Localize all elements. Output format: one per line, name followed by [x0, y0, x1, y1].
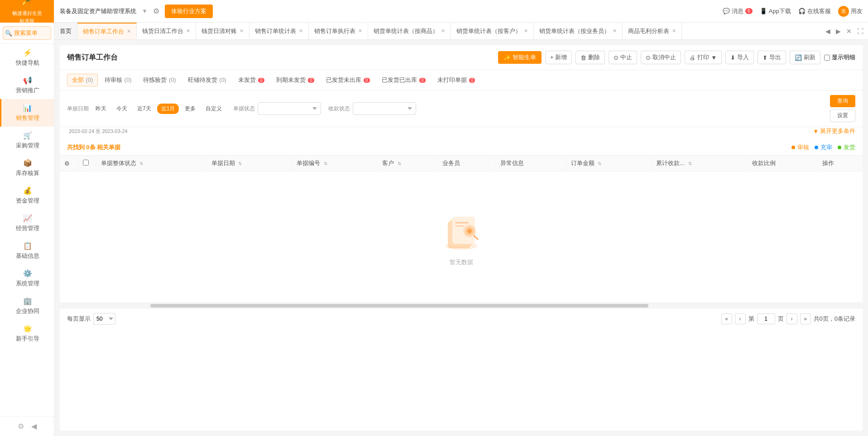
page-number-input[interactable] [757, 313, 775, 324]
collection-filter-select[interactable] [353, 102, 416, 115]
show-detail-checkbox[interactable] [824, 55, 830, 61]
tab-sales-order-workbench[interactable]: 销售订单工作台 ✕ [77, 23, 137, 40]
first-page-button[interactable]: « [721, 313, 732, 324]
sidebar-item-purchase[interactable]: 🛒 采购管理 [0, 127, 54, 154]
sub-tab-not-printed[interactable]: 未打印单据 0 [432, 74, 480, 86]
tab-maximize-icon[interactable]: ⛶ [855, 27, 865, 36]
sub-tab-wangpu[interactable]: 旺铺待发货 (0) [183, 74, 231, 86]
tab-close-cash-reconcile[interactable]: ✕ [240, 28, 244, 34]
expand-label: 展开更多条件 [820, 127, 855, 135]
tab-close-sales-stat[interactable]: ✕ [299, 28, 303, 34]
sort-number-icon[interactable]: ⇅ [324, 161, 327, 166]
review-action-button[interactable]: 审核 [791, 143, 809, 152]
print-button[interactable]: 🖨 打印 ▼ [685, 51, 722, 64]
ship-action-button[interactable]: 发货 [838, 143, 855, 152]
sort-amount-icon[interactable]: ⇅ [598, 161, 601, 166]
sidebar-item-marketing[interactable]: 📢 营销推广 [0, 71, 54, 99]
sidebar-item-quick-nav[interactable]: ⚡ 快捷导航 [0, 44, 54, 71]
online-service-item[interactable]: 🎧 在线客服 [798, 7, 831, 15]
sidebar-item-finance[interactable]: 💰 资金管理 [0, 182, 54, 209]
sidebar-item-inventory[interactable]: 📦 库存核算 [0, 154, 54, 182]
import-button[interactable]: ⬇ 导入 [725, 51, 754, 64]
sidebar-item-operations[interactable]: 📈 经营管理 [0, 209, 54, 237]
add-button[interactable]: + 新增 [545, 51, 572, 64]
solution-button[interactable]: 体验行业方案 [165, 5, 213, 18]
header-settings-icon[interactable]: ⚙ [153, 7, 159, 15]
tab-close-sales-exec[interactable]: ✕ [358, 28, 362, 34]
tab-close-sales-order-workbench[interactable]: ✕ [127, 28, 131, 34]
date-btn-today[interactable]: 今天 [112, 104, 131, 114]
tab-home[interactable]: 首页 [54, 23, 77, 40]
next-page-button[interactable]: › [786, 313, 797, 324]
tab-bar: 首页 销售订单工作台 ✕ 钱货日清工作台 ✕ 钱货日清对账 ✕ 销售订单统计表 … [54, 23, 868, 40]
tab-close-cash-daily[interactable]: ✕ [186, 28, 190, 34]
user-item[interactable]: 友 用友 [838, 6, 863, 17]
system-dropdown-arrow[interactable]: ▼ [142, 8, 148, 14]
smart-generate-button[interactable]: ✨ 智能生单 [498, 51, 542, 64]
content-area: 销售订单工作台 ✨ 智能生单 + 新增 🗑 删除 ⊙ 中止 [54, 40, 868, 436]
cancel-suspend-button[interactable]: ⊙ 取消中止 [641, 51, 681, 64]
sub-tab-overdue-not-shipped[interactable]: 到期未发货 0 [271, 74, 319, 86]
expand-conditions-button[interactable]: ▼ 展开更多条件 [813, 127, 855, 135]
horizontal-scrollbar[interactable] [60, 303, 863, 308]
tab-cash-reconcile[interactable]: 钱货日清对账 ✕ [196, 23, 249, 40]
tab-scroll-right-icon[interactable]: ▶ [834, 27, 843, 36]
select-all-checkbox[interactable] [83, 160, 89, 166]
scrollbar-thumb[interactable] [150, 304, 648, 308]
sidebar-item-guide[interactable]: 🌟 新手引导 [0, 320, 54, 347]
per-page-select[interactable]: 50 100 [93, 313, 115, 325]
date-btn-yesterday[interactable]: 昨天 [91, 104, 110, 114]
sub-tab-shipped-out[interactable]: 已发货已出库 0 [377, 74, 431, 86]
delete-button[interactable]: 🗑 删除 [575, 51, 605, 64]
sub-tab-all[interactable]: 全部 (0) [67, 74, 98, 86]
sub-tab-not-shipped[interactable]: 未发货 0 [233, 74, 269, 86]
filter-setting-button[interactable]: 设置 [830, 109, 855, 122]
sort-status-icon[interactable]: ⇅ [139, 161, 143, 166]
suspend-button[interactable]: ⊙ 中止 [609, 51, 637, 64]
sort-collected-icon[interactable]: ⇅ [688, 161, 692, 166]
tab-close-sales-by-staff[interactable]: ✕ [613, 28, 617, 34]
export-button[interactable]: ⬆ 导出 [758, 51, 786, 64]
sidebar-item-sales[interactable]: 📊 销售管理 [0, 99, 54, 127]
app-download-item[interactable]: 📱 App下载 [760, 7, 791, 15]
sidebar-item-enterprise[interactable]: 🏢 企业协同 [0, 292, 54, 320]
sub-tab-pending-review[interactable]: 待审核 (0) [100, 74, 136, 86]
sort-date-icon[interactable]: ⇅ [238, 161, 242, 166]
th-checkbox[interactable] [78, 156, 96, 171]
search-menu-button[interactable]: 🔍 搜索菜单 [3, 26, 51, 40]
sidebar-item-basic-info[interactable]: 📋 基础信息 [0, 237, 54, 265]
settings-bottom-icon[interactable]: ⚙ [16, 420, 26, 432]
tab-sales-by-customer[interactable]: 销货单统计表（按客户） ✕ [451, 23, 534, 40]
tab-product-margin[interactable]: 商品毛利分析表 ✕ [623, 23, 682, 40]
last-page-button[interactable]: » [800, 313, 811, 324]
tab-close-sales-by-product[interactable]: ✕ [441, 28, 445, 34]
tab-sales-stat[interactable]: 销售订单统计表 ✕ [249, 23, 309, 40]
date-btn-1month[interactable]: 近1月 [157, 104, 179, 114]
tab-close-all-icon[interactable]: ✕ [844, 27, 854, 36]
prev-page-button[interactable]: ‹ [735, 313, 746, 324]
suspend-action-button[interactable]: 充审 [815, 143, 832, 152]
tab-cash-daily[interactable]: 钱货日清工作台 ✕ [137, 23, 196, 40]
query-button[interactable]: 查询 [830, 95, 855, 107]
collapse-icon[interactable]: ◀ [29, 420, 38, 432]
sub-tab-shipped-not-out[interactable]: 已发货未出库 0 [321, 74, 375, 86]
tab-sales-by-product[interactable]: 销货单统计表（按商品） ✕ [368, 23, 451, 40]
date-btn-more[interactable]: 更多 [181, 104, 200, 114]
sort-customer-icon[interactable]: ⇅ [398, 161, 401, 166]
message-item[interactable]: 💬 消息 6 [723, 7, 753, 15]
date-btn-7days[interactable]: 近7天 [133, 104, 155, 114]
th-settings[interactable]: ⚙ [60, 156, 78, 171]
date-btn-custom[interactable]: 自定义 [201, 104, 226, 114]
tab-close-sales-by-customer[interactable]: ✕ [524, 28, 528, 34]
sub-tab-pending-inspect[interactable]: 待拣验货 (0) [138, 74, 181, 86]
refresh-button[interactable]: 🔄 刷新 [790, 51, 820, 64]
sub-tab-not-printed-badge: 0 [469, 78, 475, 83]
tab-sales-exec[interactable]: 销售订单执行表 ✕ [309, 23, 368, 40]
show-detail-checkbox-label[interactable]: 显示明细 [824, 53, 855, 62]
tab-sales-by-staff[interactable]: 销货单统计表（按业务员） ✕ [534, 23, 623, 40]
sub-tab-overdue-badge: 0 [308, 78, 314, 83]
tab-close-product-margin[interactable]: ✕ [672, 28, 676, 34]
sidebar-item-system[interactable]: ⚙️ 系统管理 [0, 265, 54, 292]
status-filter-select[interactable] [258, 102, 321, 115]
tab-scroll-left-icon[interactable]: ◀ [824, 27, 832, 36]
